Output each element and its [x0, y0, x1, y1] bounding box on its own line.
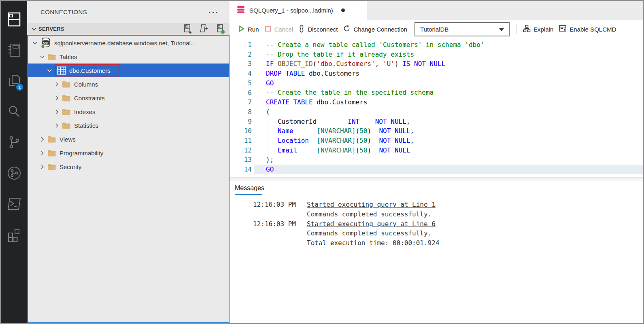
new-connection-icon[interactable] — [183, 24, 192, 34]
code-line-13[interactable]: ); — [254, 155, 643, 165]
folder-icon — [62, 80, 71, 88]
chevron-right-icon[interactable] — [38, 150, 46, 156]
tab-sqlquery-1[interactable]: SQLQuery_1 - sqlpoo...ladmin) — [230, 1, 367, 20]
code-line-8[interactable]: ( — [254, 107, 643, 117]
code-line-2[interactable]: -- Drop the table if it already exists — [254, 50, 643, 59]
show-active-connections-icon[interactable] — [216, 24, 225, 34]
activity-item-search[interactable] — [1, 97, 27, 128]
line-number: 7 — [230, 97, 252, 107]
token-plain: ( — [356, 127, 360, 135]
tree-item-indexes[interactable]: Indexes — [28, 105, 229, 119]
token-kw: DROP TABLE — [266, 70, 305, 77]
token-plain: dbo.Customers — [305, 70, 359, 77]
tree-item-sqlpoolservername-database-windows-net-t[interactable]: SQLsqlpoolservername.database.windows.ne… — [28, 36, 229, 50]
token-kw: IF — [266, 60, 274, 68]
folder-icon — [47, 53, 56, 60]
code-line-7[interactable]: CREATE TABLE dbo.Customers — [254, 97, 643, 107]
token-kw: INT — [348, 118, 359, 125]
code-line-5[interactable]: GO — [254, 78, 643, 88]
activity-badge: 1 — [16, 83, 23, 91]
chevron-right-icon[interactable] — [53, 109, 61, 115]
activity-item-explorer[interactable]: 1 — [1, 66, 27, 97]
more-actions-button[interactable]: ··· — [208, 11, 219, 14]
connections-sidebar: CONNECTIONS ··· SERVERS SQLsqlpoolserver… — [27, 1, 230, 323]
explain-button[interactable]: Explain — [523, 25, 553, 34]
activity-item-notebooks[interactable] — [1, 36, 27, 66]
results-splitter[interactable] — [230, 177, 643, 180]
code-line-11[interactable]: Location [NVARCHAR](50) NOT NULL, — [254, 136, 643, 146]
tree-item-label: Programmability — [60, 150, 106, 157]
activity-item-connections[interactable] — [1, 5, 27, 36]
chevron-right-icon[interactable] — [38, 136, 46, 142]
tab-messages[interactable]: Messages — [235, 184, 264, 192]
token-plain: ( — [313, 60, 317, 68]
line-number: 4 — [230, 69, 252, 78]
code-line-10[interactable]: Name [NVARCHAR](50) NOT NULL, — [254, 126, 643, 136]
chevron-down-icon[interactable] — [30, 26, 38, 32]
new-server-group-icon[interactable] — [199, 24, 209, 34]
message-text: Commands completed successfully. — [307, 210, 431, 218]
table-icon — [57, 66, 66, 75]
folder-icon — [47, 163, 56, 170]
chevron-right-icon[interactable] — [53, 81, 61, 87]
code-line-9[interactable]: CustomerId INT NOT NULL, — [254, 117, 643, 127]
line-number: 14 — [230, 165, 252, 174]
tree-item-constraints[interactable]: Constraints — [28, 91, 229, 105]
code-line-12[interactable]: Email [NVARCHAR](50) NOT NULL — [254, 146, 643, 155]
folder-icon — [62, 108, 71, 115]
code-line-6[interactable]: -- Create the table in the specified sch… — [254, 88, 643, 97]
message-link[interactable]: Started executing query at Line 6 — [307, 220, 436, 228]
tree-item-label: Statistics — [74, 122, 102, 129]
message-timestamp: 12:16:03 PM — [253, 201, 307, 208]
chevron-right-icon[interactable] — [53, 123, 61, 129]
code-lines[interactable]: -- Create a new table called 'Customers'… — [254, 38, 643, 177]
token-kw: NOT NULL — [379, 127, 410, 135]
azure-icon — [6, 165, 22, 182]
line-number: 13 — [230, 155, 252, 165]
activity-item-source-control[interactable] — [1, 128, 27, 159]
folder-icon — [62, 94, 71, 102]
cancel-button[interactable]: Cancel — [264, 25, 293, 34]
code-line-1[interactable]: -- Create a new table called 'Customers'… — [254, 40, 643, 50]
tree-item-statistics[interactable]: Statistics — [28, 119, 229, 132]
token-kw: Name — [278, 127, 293, 135]
servers-section-header[interactable]: SERVERS — [27, 23, 230, 35]
token-plain: ) — [367, 137, 379, 144]
tree-item-security[interactable]: Security — [28, 160, 229, 174]
notebooks-icon — [7, 43, 21, 59]
chevron-right-icon[interactable] — [38, 164, 46, 170]
token-comment: -- Create the table in the specified sch… — [266, 89, 434, 96]
change-connection-button[interactable]: Change Connection — [343, 25, 407, 34]
chevron-down-icon[interactable] — [46, 68, 53, 74]
chevron-down-icon[interactable] — [38, 54, 46, 60]
disconnect-button[interactable]: Disconnect — [298, 25, 338, 34]
database-dropdown[interactable]: TutorialDB — [414, 22, 510, 36]
code-line-3[interactable]: IF OBJECT_ID('dbo.Customers', 'U') IS NO… — [254, 59, 643, 69]
message-link[interactable]: Started executing query at Line 1 — [307, 201, 436, 208]
activity-item-azure[interactable] — [1, 159, 27, 189]
code-line-14[interactable]: GO — [254, 165, 643, 174]
activity-item-extensions[interactable] — [1, 220, 27, 251]
tree-item-label: Views — [60, 136, 79, 143]
line-number: 6 — [230, 88, 252, 98]
token-plain: ( — [356, 146, 360, 154]
folder-icon — [47, 136, 56, 143]
token-kw: IS NOT NULL — [402, 60, 445, 68]
token-fn: OBJECT_ID — [278, 60, 313, 68]
tree-item-dbo-customers[interactable]: dbo.Customers — [28, 64, 229, 77]
tree-item-views[interactable]: Views — [28, 132, 229, 146]
tree-item-columns[interactable]: Columns — [28, 77, 229, 91]
tree-item-tables[interactable]: Tables — [28, 50, 229, 64]
tree-item-programmability[interactable]: Programmability — [28, 146, 229, 160]
token-plain — [309, 137, 317, 144]
code-editor[interactable]: 1234567891011121314 -- Create a new tabl… — [230, 38, 643, 177]
cancel-icon — [264, 25, 272, 34]
line-number: 3 — [230, 59, 252, 69]
unsaved-dot-icon[interactable] — [341, 8, 345, 12]
chevron-right-icon[interactable] — [53, 95, 61, 101]
chevron-down-icon[interactable] — [31, 40, 39, 46]
code-line-4[interactable]: DROP TABLE dbo.Customers — [254, 69, 643, 78]
run-button[interactable]: Run — [238, 25, 259, 34]
enable-sqlcmd-button[interactable]: Enable SQLCMD — [559, 25, 616, 34]
activity-item-terminal[interactable] — [1, 189, 27, 220]
